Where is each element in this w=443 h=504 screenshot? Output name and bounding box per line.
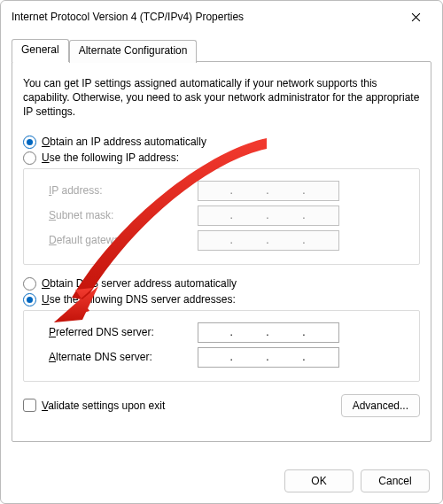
radio-obtain-ip-auto[interactable]: Obtain an IP address automatically: [23, 136, 420, 149]
radio-icon: [23, 136, 36, 149]
window-title: Internet Protocol Version 4 (TCP/IPv4) P…: [12, 11, 396, 23]
field-ip-address: IP address: ...: [33, 181, 410, 201]
radio-label: Use the following IP address:: [42, 151, 179, 164]
cancel-button[interactable]: Cancel: [361, 469, 430, 492]
radio-label: Obtain an IP address automatically: [42, 136, 206, 148]
radio-icon: [23, 293, 36, 306]
subnet-mask-label: Subnet mask:: [33, 209, 198, 221]
dialog-buttons: OK Cancel: [284, 469, 430, 492]
radio-icon: [23, 277, 36, 291]
bottom-row: Validate settings upon exit Advanced...: [23, 394, 420, 417]
field-preferred-dns: Preferred DNS server: ...: [33, 322, 410, 343]
titlebar: Internet Protocol Version 4 (TCP/IPv4) P…: [1, 1, 442, 33]
tab-panel-general: You can get IP settings assigned automat…: [12, 61, 431, 442]
dns-fields-group: Preferred DNS server: ... Alternate DNS …: [23, 310, 420, 382]
ip-fields-group: IP address: ... Subnet mask: ... Default…: [23, 168, 420, 265]
radio-obtain-dns-auto[interactable]: Obtain DNS server address automatically: [23, 277, 420, 291]
preferred-dns-label: Preferred DNS server:: [33, 326, 198, 338]
ok-button[interactable]: OK: [284, 469, 354, 492]
validate-label: Validate settings upon exit: [42, 399, 165, 412]
subnet-mask-input: ...: [198, 205, 339, 226]
validate-checkbox[interactable]: [23, 399, 36, 412]
tab-general[interactable]: General: [12, 39, 69, 62]
description-text: You can get IP settings assigned automat…: [23, 76, 420, 120]
field-default-gateway: Default gateway: ...: [33, 230, 410, 251]
radio-label: Obtain DNS server address automatically: [42, 277, 237, 290]
ip-address-label: IP address:: [33, 184, 198, 197]
advanced-button[interactable]: Advanced...: [341, 394, 420, 417]
close-icon: [411, 12, 421, 22]
default-gateway-input: ...: [198, 230, 339, 251]
tabstrip: General Alternate Configuration: [12, 38, 197, 61]
close-button[interactable]: [396, 4, 435, 29]
default-gateway-label: Default gateway:: [33, 234, 198, 246]
field-alternate-dns: Alternate DNS server: ...: [33, 347, 410, 368]
ip-address-input: ...: [198, 181, 339, 201]
ipv4-properties-dialog: Internet Protocol Version 4 (TCP/IPv4) P…: [0, 0, 443, 504]
content-area: General Alternate Configuration You can …: [12, 38, 431, 461]
radio-icon: [23, 151, 36, 165]
radio-label: Use the following DNS server addresses:: [42, 293, 236, 306]
radio-use-dns-manual[interactable]: Use the following DNS server addresses:: [23, 293, 420, 306]
tab-alternate[interactable]: Alternate Configuration: [69, 40, 198, 63]
radio-use-ip-manual[interactable]: Use the following IP address:: [23, 151, 420, 165]
field-subnet-mask: Subnet mask: ...: [33, 205, 410, 226]
alternate-dns-input[interactable]: ...: [198, 347, 339, 368]
preferred-dns-input[interactable]: ...: [198, 322, 339, 343]
alternate-dns-label: Alternate DNS server:: [33, 351, 198, 363]
